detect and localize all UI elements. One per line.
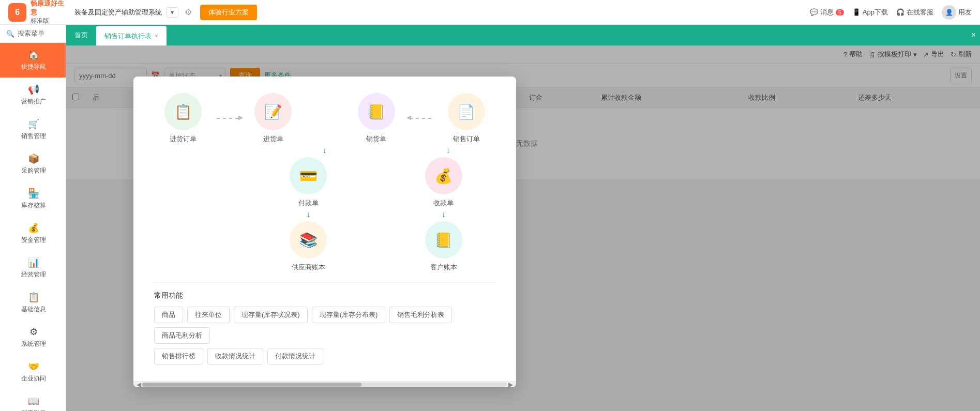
modal-overlay: 📋 进货订单 ▶ 📝 xyxy=(66,45,980,411)
sidebar-item-sales[interactable]: 🛒 销售管理 xyxy=(0,112,66,147)
common-functions-section: 常用功能 商品 往来单位 现存量(库存状况表) 现存量(库存分布表) 销售毛利分… xyxy=(154,282,495,364)
purchase-bill-label: 进货单 xyxy=(263,134,283,144)
payment-bill-label: 付款单 xyxy=(298,199,319,208)
sidebar-item-operation[interactable]: 📊 经营管理 xyxy=(0,251,66,285)
flow-item-payment: 💳 付款单 xyxy=(154,157,360,208)
flow-item-customer: 📒 客户账本 xyxy=(391,221,495,272)
gap xyxy=(372,146,400,155)
tab-close-button[interactable]: × xyxy=(155,33,158,40)
search-icon: 🔍 xyxy=(6,30,14,38)
page-content: ? 帮助 🖨 按模板打印 ▾ ↗ 导出 ↻ 刷新 xyxy=(66,45,980,411)
sidebar-item-beginner[interactable]: 📖 新手引导 xyxy=(0,389,66,411)
message-badge: 5 xyxy=(836,9,844,16)
flow-bottom-section: 📚 供应商账本 📒 客户账本 xyxy=(154,221,495,272)
flow-item-sales-bill: 📒 销货单 xyxy=(347,93,405,144)
topbar-right: 💬 消息 5 📱 App下载 🎧 在线客服 👤 用友 xyxy=(810,5,972,20)
modal-content: 📋 进货订单 ▶ 📝 xyxy=(133,77,516,381)
sidebar-item-enterprise[interactable]: 🤝 企业协同 xyxy=(0,355,66,389)
arrow-down-purchase: ↓ xyxy=(154,146,372,155)
arrow-purchase: ▶ xyxy=(213,118,244,119)
flow-top-section: 📋 进货订单 ▶ 📝 xyxy=(154,93,495,144)
cf-btn-product[interactable]: 商品 xyxy=(154,307,183,323)
marketing-icon: 📢 xyxy=(28,84,39,95)
purchase-bill-icon: 📝 xyxy=(254,93,292,130)
common-functions-row1: 商品 往来单位 现存量(库存状况表) 现存量(库存分布表) 销售毛利分析表 商品… xyxy=(154,307,495,344)
enterprise-icon: 🤝 xyxy=(28,361,39,372)
cf-btn-receipt-stats[interactable]: 收款情况统计 xyxy=(207,348,263,364)
flow-item-sales-order: 📄 销售订单 xyxy=(437,93,495,144)
cf-btn-sales-ranking[interactable]: 销售排行榜 xyxy=(154,348,203,364)
common-functions-title: 常用功能 xyxy=(154,291,495,300)
experience-button[interactable]: 体验行业方案 xyxy=(200,5,257,20)
cf-btn-inventory-dist[interactable]: 现存量(库存分布表) xyxy=(312,307,386,323)
scroll-right-arrow[interactable]: ▶ xyxy=(507,381,514,388)
search-menu-item[interactable]: 🔍 搜索菜单 xyxy=(0,25,66,43)
logo-area: 6 畅康通好生意 标准版 xyxy=(8,0,70,25)
tab-sales-order[interactable]: 销售订单执行表 × xyxy=(96,26,167,47)
sidebar-item-inventory[interactable]: 🏪 库存核算 xyxy=(0,181,66,216)
mobile-icon: 📱 xyxy=(852,8,861,16)
flow-item-receipt: 💰 收款单 xyxy=(391,157,495,208)
inventory-icon: 🏪 xyxy=(28,188,39,199)
logo-text: 畅康通好生意 标准版 xyxy=(31,0,70,25)
online-service-button[interactable]: 🎧 在线客服 xyxy=(896,8,933,17)
settings-icon[interactable]: ⚙ xyxy=(185,7,192,17)
flow-middle-section: 💳 付款单 💰 收款单 xyxy=(154,157,495,208)
flow-item-purchase-bill: 📝 进货单 xyxy=(244,93,303,144)
home-icon: 🏠 xyxy=(28,49,39,60)
basic-info-icon: 📋 xyxy=(28,292,39,303)
sidebar-item-basic-info[interactable]: 📋 基础信息 xyxy=(0,285,66,320)
receipt-bill-label: 收款单 xyxy=(433,199,454,208)
close-all-tabs-button[interactable]: × xyxy=(971,31,976,40)
system-icon: ⚙ xyxy=(29,326,38,338)
cf-btn-counterparty[interactable]: 往来单位 xyxy=(187,307,230,323)
receipt-bill-icon: 💰 xyxy=(425,157,462,194)
supplier-account-label: 供应商账本 xyxy=(292,263,325,272)
system-name-area: 装备及固定资产辅助管理系统 ▾ ⚙ 体验行业方案 xyxy=(74,5,810,20)
arrow-down-payment: ↓ xyxy=(154,210,360,219)
sidebar-item-system[interactable]: ⚙ 系统管理 xyxy=(0,320,66,355)
cf-btn-payment-stats[interactable]: 付款情况统计 xyxy=(267,348,323,364)
sales-order-icon: 📄 xyxy=(448,93,485,130)
flow-down-arrows-2: ↓ ↓ xyxy=(154,210,495,219)
supplier-account-icon: 📚 xyxy=(290,221,327,258)
operation-icon: 📊 xyxy=(28,257,39,268)
tab-home[interactable]: 首页 xyxy=(66,25,96,45)
avatar: 👤 xyxy=(942,5,956,20)
sidebar-item-purchase[interactable]: 📦 采购管理 xyxy=(0,147,66,181)
message-icon: 💬 xyxy=(810,8,818,16)
app-download-button[interactable]: 📱 App下载 xyxy=(852,8,888,17)
sales-icon: 🛒 xyxy=(28,118,39,130)
arrow-down-sales: ↓ xyxy=(400,146,495,155)
common-functions-row2: 销售排行榜 收款情况统计 付款情况统计 xyxy=(154,348,495,364)
customer-account-icon: 📒 xyxy=(425,221,462,258)
flow-item-purchase-order: 📋 进货订单 xyxy=(154,93,213,144)
sidebar-item-quick-nav[interactable]: 🏠 快捷导航 xyxy=(0,43,66,78)
sales-order-label: 销售订单 xyxy=(453,134,480,144)
flow-left-pair: 📋 进货订单 ▶ 📝 xyxy=(154,93,303,144)
message-button[interactable]: 💬 消息 5 xyxy=(810,8,844,17)
sidebar-item-marketing[interactable]: 📢 营销推广 xyxy=(0,78,66,112)
scroll-track[interactable] xyxy=(142,383,507,387)
sidebar-item-finance[interactable]: 💰 资金管理 xyxy=(0,216,66,251)
purchase-icon: 📦 xyxy=(28,153,39,164)
arrow-sales: ◀ xyxy=(405,118,437,119)
scroll-thumb xyxy=(142,383,361,387)
customer-account-label: 客户账本 xyxy=(430,263,457,272)
modal-scrollbar[interactable]: ◀ ▶ xyxy=(133,381,516,387)
arrow-down-receipt: ↓ xyxy=(391,210,495,219)
cf-btn-product-profit[interactable]: 商品毛利分析 xyxy=(154,327,210,344)
flow-down-arrows-1: ↓ ↓ xyxy=(154,146,495,155)
flow-right-pair: 📒 销货单 ◀ 📄 xyxy=(347,93,495,144)
beginner-icon: 📖 xyxy=(28,395,39,407)
scroll-left-arrow[interactable]: ◀ xyxy=(135,381,142,388)
flow-item-supplier: 📚 供应商账本 xyxy=(154,221,360,272)
tab-bar: 首页 销售订单执行表 × × xyxy=(66,25,980,45)
system-dropdown-button[interactable]: ▾ xyxy=(166,7,178,18)
sidebar: 🔍 搜索菜单 🏠 快捷导航 📢 营销推广 🛒 销售管理 📦 采购管理 🏪 xyxy=(0,25,66,411)
cf-btn-sales-analysis[interactable]: 销售毛利分析表 xyxy=(389,307,452,323)
cf-btn-inventory-status[interactable]: 现存量(库存状况表) xyxy=(234,307,308,323)
user-area[interactable]: 👤 用友 xyxy=(942,5,972,20)
payment-bill-icon: 💳 xyxy=(290,157,327,194)
gap3 xyxy=(360,210,391,219)
